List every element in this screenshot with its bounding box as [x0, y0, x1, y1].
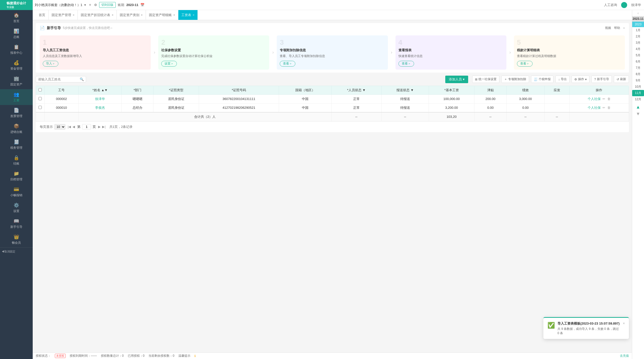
add-person-button[interactable]: 添加人员 ▾ — [445, 76, 468, 83]
calendar-month-7[interactable]: 7月 — [632, 65, 644, 71]
guide-button[interactable]: ? 新手引导 — [591, 76, 612, 83]
sidebar-item-settings[interactable]: ⚙️ 设置 — [0, 200, 33, 216]
sidebar-unpin-button[interactable]: ◀取消固定 — [0, 247, 33, 255]
sidebar-item-guide[interactable]: 📖 新手引导 — [0, 216, 33, 232]
switch-version-button[interactable]: 切到旧版 — [99, 2, 116, 8]
page-number-input[interactable] — [82, 124, 91, 129]
dropdown-icon[interactable]: ▾ — [84, 3, 86, 7]
tab-asset-detail[interactable]: 固定资产明细账 × — [146, 10, 178, 20]
row1-delete-icon[interactable]: 🗑 — [607, 97, 611, 101]
help-link[interactable]: 帮助 — [614, 26, 620, 30]
quick-action-down[interactable]: ▼ — [636, 111, 640, 117]
step-btn-3[interactable]: 查看＞ — [280, 61, 295, 67]
sidebar-item-funds[interactable]: 💰 资金管理 — [0, 58, 33, 73]
ai-consult[interactable]: 人工咨询 — [604, 3, 617, 7]
step-btn-1[interactable]: 导入＞ — [43, 61, 58, 67]
row2-basic: 3,200.00 — [429, 103, 474, 112]
tab-payroll[interactable]: 工资表 × — [178, 10, 198, 20]
calendar-month-3[interactable]: 3月 — [632, 40, 644, 46]
row1-checkbox[interactable] — [38, 97, 42, 100]
prev-icon[interactable]: ◀ — [72, 125, 75, 129]
tab-close-icon[interactable]: × — [73, 13, 74, 17]
calendar-month-4[interactable]: 4月 — [632, 46, 644, 52]
sidebar-item-reports[interactable]: 📋 报表中心 — [0, 42, 33, 58]
row2-ops-text[interactable]: 个人社保 — [588, 106, 601, 110]
go-auth-link[interactable]: 去充值 — [620, 354, 629, 358]
sidebar-item-close-accounts[interactable]: 🔒 结账 — [0, 152, 33, 168]
step-btn-5[interactable]: 查看＞ — [517, 61, 533, 67]
quick-action-up[interactable]: ▲ — [636, 105, 640, 110]
sidebar-item-tax[interactable]: 🧾 税务管理 — [0, 137, 33, 152]
sidebar-item-home[interactable]: 🏠 首页 — [0, 10, 33, 26]
calendar-month-2[interactable]: 2月 — [632, 33, 644, 40]
tab-depreciation[interactable]: 固定资产折旧统计表 × — [78, 10, 117, 20]
next-last-icon[interactable]: ▶| — [102, 125, 105, 129]
step-arrow-1: › — [153, 35, 156, 70]
video-link[interactable]: 视频 — [605, 26, 611, 30]
special-deduction-button[interactable]: ＋ 专项附加扣除 — [501, 76, 529, 83]
row1-applicable — [544, 94, 569, 103]
calendar-year-2023[interactable]: 2023 — [632, 22, 644, 27]
tax-declaration-button[interactable]: 🧾 个税申报 — [531, 76, 553, 83]
calendar-month-12[interactable]: 12月 — [632, 96, 644, 102]
select-all-checkbox[interactable] — [38, 88, 42, 91]
calendar-month-11[interactable]: 11月 — [632, 90, 644, 96]
row1-edit-icon[interactable]: ✏ — [602, 97, 605, 101]
sidebar-item-expense[interactable]: 💳 小畅报销 — [0, 184, 33, 200]
guide-close-icon[interactable]: × — [623, 26, 625, 30]
sidebar-item-ledger[interactable]: 📊 总账 — [0, 26, 33, 42]
sidebar-item-member[interactable]: 👑 畅会员 — [0, 232, 33, 247]
export-button[interactable]: ↓ 导出 — [555, 76, 570, 83]
step-btn-4[interactable]: 查看＞ — [398, 61, 414, 67]
col-header-allowance: 津贴 — [474, 86, 507, 94]
tab-home[interactable]: 首页 — [36, 10, 49, 20]
search-box[interactable]: 🔍 — [36, 76, 86, 82]
next-icon[interactable]: ▶ — [98, 125, 101, 129]
calendar-month-6[interactable]: 6月 — [632, 59, 644, 65]
sidebar-item-archive[interactable]: 📁 归档管理 — [0, 168, 33, 184]
row1-ops-text[interactable]: 个人社保 — [588, 97, 601, 101]
tab-fixed-asset-mgmt[interactable]: 固定资产管理 × — [49, 10, 78, 20]
calendar-month-10[interactable]: 10月 — [632, 84, 644, 90]
row1-name-link[interactable]: 徐泽华 — [95, 97, 105, 101]
footer-dash-1: -- — [331, 112, 381, 121]
tab-close-icon-3[interactable]: × — [141, 13, 143, 17]
settings-icon[interactable]: ⚙ — [94, 3, 97, 7]
calendar-month-9[interactable]: 9月 — [632, 77, 644, 84]
per-page-select[interactable]: 10 20 50 — [54, 124, 65, 130]
add-icon[interactable]: ＋ — [88, 2, 92, 8]
row2-checkbox-cell[interactable] — [36, 103, 45, 112]
calendar-month-5[interactable]: 5月 — [632, 52, 644, 59]
search-icon[interactable]: 🔍 — [80, 77, 84, 81]
social-insurance-button[interactable]: ⊞ 统一社保设置 — [472, 76, 499, 83]
calendar-icon[interactable]: 📅 — [140, 3, 144, 7]
operations-button[interactable]: ⚙ 操作 ▾ — [572, 76, 589, 83]
sidebar-item-fixed-assets[interactable]: 🏢 固定资产 — [0, 73, 33, 89]
sidebar-item-invoice[interactable]: 📄 发票管理 — [0, 105, 33, 121]
warning-icon: ℹ — [194, 354, 196, 358]
row1-checkbox-cell[interactable] — [36, 94, 45, 103]
calendar-month-8[interactable]: 8月 — [632, 71, 644, 77]
tab-close-icon-5[interactable]: × — [193, 13, 194, 17]
search-input[interactable] — [38, 77, 79, 81]
tab-close-icon-2[interactable]: × — [112, 13, 113, 17]
prev-first-icon[interactable]: |◀ — [68, 125, 71, 129]
tab-asset-category[interactable]: 固定资产类别 × — [117, 10, 146, 20]
sidebar-item-payroll[interactable]: 👥 工资 — [0, 89, 33, 105]
calendar-collapse-btn[interactable]: ‹ — [632, 10, 644, 16]
step-btn-2[interactable]: 设置＞ — [161, 61, 177, 67]
row2-name-link[interactable]: 李俊杰 — [95, 106, 105, 110]
select-all-header[interactable] — [36, 86, 45, 94]
user-avatar — [621, 2, 627, 8]
tab-close-icon-4[interactable]: × — [173, 13, 175, 17]
toast-close-button[interactable]: × — [623, 321, 625, 325]
row2-edit-icon[interactable]: ✏ — [602, 106, 605, 110]
sidebar-item-sales[interactable]: 📦 进销台账 — [0, 121, 33, 137]
row1-name: 徐泽华 — [78, 94, 122, 103]
refresh-button[interactable]: ↺ 刷新 — [614, 76, 629, 83]
row1-submit: 待报送 — [381, 94, 429, 103]
row2-delete-icon[interactable]: 🗑 — [607, 106, 611, 110]
username: 徐泽华 — [631, 3, 641, 7]
calendar-month-1[interactable]: 1月 — [632, 27, 644, 33]
row2-checkbox[interactable] — [38, 106, 42, 109]
